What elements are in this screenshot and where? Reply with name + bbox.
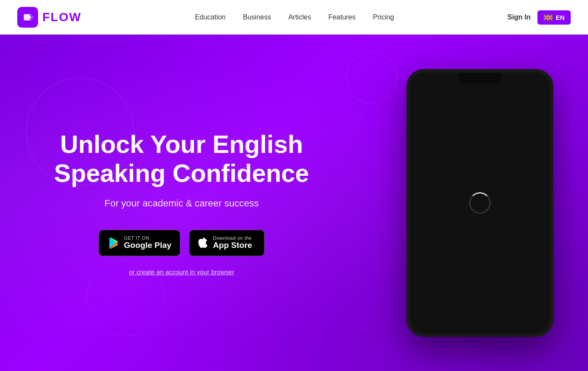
cta-buttons: GET IT ON Google Play Download on the Ap…	[52, 230, 311, 256]
google-play-button[interactable]: GET IT ON Google Play	[99, 230, 181, 256]
nav-pricing[interactable]: Pricing	[373, 12, 394, 23]
uk-flag-icon	[543, 14, 553, 21]
google-play-label: GET IT ON	[124, 235, 172, 241]
bg-shape-3	[346, 52, 398, 104]
svg-rect-8	[543, 17, 553, 18]
phone-mockup	[406, 69, 553, 337]
nav-education[interactable]: Education	[195, 12, 226, 23]
nav-articles[interactable]: Articles	[288, 12, 311, 23]
google-play-icon	[108, 237, 120, 249]
apple-icon	[198, 237, 208, 249]
hero-title-line1: Unlock Your English	[60, 130, 303, 158]
nav-business[interactable]: Business	[243, 12, 271, 23]
main-nav: Education Business Articles Features Pri…	[195, 12, 394, 23]
hero-title: Unlock Your English Speaking Confidence	[52, 130, 311, 187]
signin-button[interactable]: Sign In	[508, 13, 530, 21]
header-right: Sign In EN	[508, 10, 571, 25]
logo-text: FLOW	[42, 10, 81, 24]
logo[interactable]: FLOW	[17, 7, 81, 28]
browser-link[interactable]: or create an account in your browser	[52, 268, 311, 276]
hero-subtitle: For your academic & career success	[52, 198, 311, 209]
hero-content: Unlock Your English Speaking Confidence …	[52, 130, 311, 276]
header: FLOW Education Business Articles Feature…	[0, 0, 588, 35]
phone-screen	[410, 73, 550, 333]
phone-notch	[458, 73, 502, 83]
hero-title-line2: Speaking Confidence	[54, 159, 309, 187]
language-code: EN	[556, 14, 565, 21]
google-play-text: GET IT ON Google Play	[124, 235, 172, 251]
app-store-name: App Store	[213, 241, 252, 251]
app-store-text: Download on the App Store	[213, 235, 252, 251]
nav-features[interactable]: Features	[328, 12, 355, 23]
loading-spinner	[469, 192, 491, 214]
google-play-name: Google Play	[124, 241, 172, 251]
language-button[interactable]: EN	[537, 10, 571, 25]
logo-icon	[17, 7, 38, 28]
logo-svg	[21, 11, 34, 24]
app-store-button[interactable]: Download on the App Store	[189, 230, 265, 256]
hero-section: Unlock Your English Speaking Confidence …	[0, 35, 588, 371]
app-store-label: Download on the	[213, 235, 252, 241]
